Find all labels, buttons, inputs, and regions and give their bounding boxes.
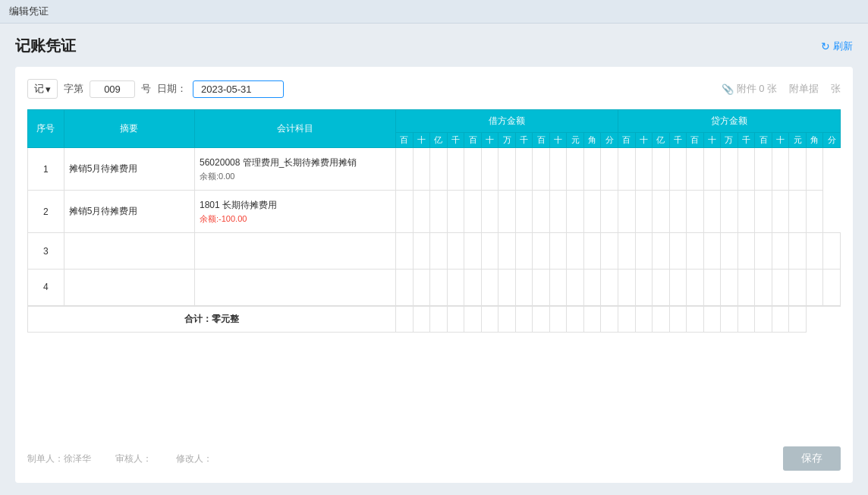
credit-char-7: 千 bbox=[737, 133, 755, 148]
page-header: 记账凭证 ↻ 刷新 bbox=[15, 36, 853, 56]
debit-char-4: 百 bbox=[464, 133, 482, 148]
th-debit-group: 借方金额 bbox=[396, 110, 618, 133]
row2-account[interactable]: 1801 长期待摊费用 余额:-100.00 bbox=[195, 191, 396, 233]
credit-char-12: 分 bbox=[823, 133, 841, 148]
total-label: 合计：零元整 bbox=[28, 306, 396, 333]
chevron-down-icon: ▾ bbox=[46, 84, 51, 95]
row3-seq: 3 bbox=[28, 233, 64, 270]
hao-label: 号 bbox=[141, 82, 151, 96]
row2-account-text: 1801 长期待摊费用 bbox=[200, 199, 391, 212]
voucher-header: 记 ▾ 字第 号 日期： 📎 附件 0 张 附单据 张 bbox=[27, 79, 841, 99]
credit-char-8: 百 bbox=[755, 133, 772, 148]
debit-char-3: 千 bbox=[447, 133, 464, 148]
footer-info: 制单人：徐泽华 审核人： 修改人： bbox=[27, 452, 212, 465]
row2-seq: 2 bbox=[28, 191, 64, 233]
row2-balance: 余额:-100.00 bbox=[200, 213, 391, 225]
voucher-type-button[interactable]: 记 ▾ bbox=[27, 79, 58, 99]
voucher-number-input[interactable] bbox=[90, 80, 135, 98]
credit-char-0: 百 bbox=[618, 133, 636, 148]
title-bar: 编辑凭证 bbox=[0, 0, 868, 24]
voucher-card: 记 ▾ 字第 号 日期： 📎 附件 0 张 附单据 张 bbox=[15, 67, 853, 483]
table-row[interactable]: 4 bbox=[28, 270, 841, 306]
credit-char-10: 元 bbox=[789, 133, 807, 148]
voucher-type-select: 记 ▾ bbox=[27, 79, 58, 99]
row1-balance: 余额:0.00 bbox=[200, 171, 391, 182]
title-bar-label: 编辑凭证 bbox=[9, 5, 49, 17]
creator-label: 制单人：徐泽华 bbox=[27, 452, 91, 465]
row4-seq: 4 bbox=[28, 270, 64, 306]
save-button[interactable]: 保存 bbox=[783, 446, 841, 471]
attachment-link[interactable]: 📎 附件 0 张 bbox=[722, 82, 777, 96]
table-wrapper: 序号 摘要 会计科目 借方金额 贷方金额 百 十 亿 千 百 bbox=[27, 109, 841, 433]
voucher-type-label: 记 bbox=[34, 82, 44, 96]
credit-char-5: 十 bbox=[703, 133, 721, 148]
refresh-icon: ↻ bbox=[821, 40, 830, 52]
total-row: 合计：零元整 bbox=[28, 306, 841, 333]
debit-char-7: 千 bbox=[515, 133, 533, 148]
credit-char-11: 角 bbox=[806, 133, 823, 148]
debit-char-1: 十 bbox=[413, 133, 430, 148]
voucher-table: 序号 摘要 会计科目 借方金额 贷方金额 百 十 亿 千 百 bbox=[27, 109, 841, 333]
attachment-label: 附件 0 张 bbox=[737, 82, 777, 96]
debit-char-8: 百 bbox=[533, 133, 550, 148]
debit-char-5: 十 bbox=[481, 133, 498, 148]
th-seq: 序号 bbox=[28, 110, 64, 148]
debit-char-12: 分 bbox=[601, 133, 618, 148]
credit-char-2: 亿 bbox=[653, 133, 670, 148]
zhang-label: 张 bbox=[831, 82, 841, 96]
table-row[interactable]: 3 bbox=[28, 233, 841, 270]
table-row[interactable]: 1 摊销5月待摊费用 56020008 管理费用_长期待摊费用摊销 余额:0.0… bbox=[28, 148, 841, 191]
th-summary: 摘要 bbox=[64, 110, 194, 148]
date-label: 日期： bbox=[157, 82, 187, 96]
debit-char-11: 角 bbox=[583, 133, 601, 148]
debit-char-2: 亿 bbox=[430, 133, 448, 148]
modifier-label: 修改人： bbox=[176, 452, 212, 465]
window: 编辑凭证 记账凭证 ↻ 刷新 记 ▾ 字第 号 bbox=[0, 0, 868, 495]
table-row[interactable]: 2 摊销5月待摊费用 1801 长期待摊费用 余额:-100.00 bbox=[28, 191, 841, 233]
credit-char-1: 十 bbox=[635, 133, 653, 148]
debit-char-9: 十 bbox=[549, 133, 567, 148]
th-credit-group: 贷方金额 bbox=[618, 110, 841, 133]
date-input[interactable] bbox=[193, 80, 284, 98]
row1-account[interactable]: 56020008 管理费用_长期待摊费用摊销 余额:0.00 bbox=[195, 148, 396, 191]
th-account: 会计科目 bbox=[195, 110, 396, 148]
credit-char-9: 十 bbox=[772, 133, 789, 148]
header-right: 📎 附件 0 张 附单据 张 bbox=[722, 82, 841, 96]
credit-char-6: 万 bbox=[721, 133, 738, 148]
reviewer-label: 审核人： bbox=[115, 452, 152, 465]
debit-char-0: 百 bbox=[396, 133, 414, 148]
footer-row: 制单人：徐泽华 审核人： 修改人： 保存 bbox=[27, 440, 841, 471]
credit-char-3: 千 bbox=[669, 133, 687, 148]
debit-char-6: 万 bbox=[498, 133, 516, 148]
row1-seq: 1 bbox=[28, 148, 64, 191]
refresh-label: 刷新 bbox=[833, 39, 853, 53]
credit-char-4: 百 bbox=[687, 133, 704, 148]
zi-label: 字第 bbox=[64, 82, 83, 96]
paperclip-icon: 📎 bbox=[722, 84, 734, 95]
page-title: 记账凭证 bbox=[15, 36, 76, 56]
row2-summary[interactable]: 摊销5月待摊费用 bbox=[64, 191, 194, 233]
row1-account-text: 56020008 管理费用_长期待摊费用摊销 bbox=[200, 156, 391, 169]
refresh-button[interactable]: ↻ 刷新 bbox=[821, 39, 853, 53]
debit-char-10: 元 bbox=[567, 133, 584, 148]
single-attach-label[interactable]: 附单据 bbox=[789, 82, 819, 96]
row1-summary[interactable]: 摊销5月待摊费用 bbox=[64, 148, 194, 191]
main-content: 记账凭证 ↻ 刷新 记 ▾ 字第 号 日期： bbox=[0, 24, 868, 495]
